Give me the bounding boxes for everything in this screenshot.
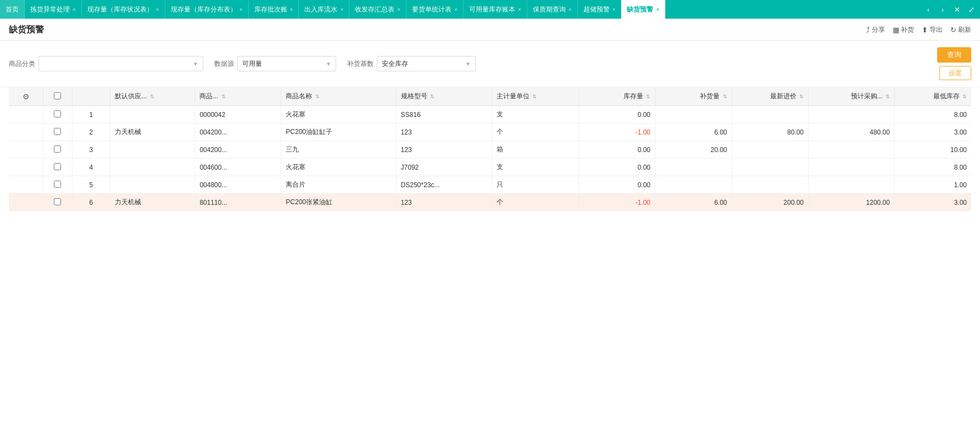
- query-button[interactable]: 查询: [937, 47, 971, 63]
- nav-tab-home[interactable]: 首页: [0, 0, 25, 19]
- nav-tab-expiry[interactable]: 保质期查询 ×: [527, 0, 578, 19]
- close-picking-tab[interactable]: ×: [73, 7, 76, 13]
- row-num-cell: 3: [72, 141, 110, 159]
- nav-tab-batch[interactable]: 库存批次账 ×: [249, 0, 299, 19]
- col-header-check[interactable]: [43, 87, 72, 106]
- row-checkbox-4[interactable]: [54, 181, 61, 188]
- unit-sort-icon: ⇅: [532, 94, 537, 99]
- col-header-gear[interactable]: ⚙: [9, 87, 43, 106]
- settings-button[interactable]: 设置: [939, 66, 971, 80]
- select-all-checkbox[interactable]: [54, 92, 61, 99]
- row-spec-cell: SS816: [396, 106, 492, 124]
- category-filter-group: 商品分类 ▼: [9, 56, 203, 71]
- datasource-filter-group: 数据源 可用量 ▼: [214, 56, 336, 71]
- close-summary-tab[interactable]: ×: [397, 7, 400, 13]
- row-minstock-cell: 3.00: [894, 124, 971, 141]
- page-title: 缺货预警: [9, 24, 44, 36]
- row-replenish-cell: [655, 159, 732, 176]
- table-row: 1 0000042 火花塞 SS816 支 0.00 8.00: [9, 106, 971, 124]
- replenish-button[interactable]: ▦ 补货: [893, 25, 914, 35]
- col-header-unit[interactable]: 主计量单位 ⇅: [492, 87, 578, 106]
- close-batch-tab[interactable]: ×: [290, 7, 293, 13]
- row-checkbox-2[interactable]: [54, 145, 61, 153]
- row-stock-cell: 0.00: [578, 106, 655, 124]
- table-header-row: ⚙ 默认供应... ⇅ 商品... ⇅ 商品名称: [9, 87, 971, 106]
- share-icon: ⤴: [866, 26, 870, 34]
- close-order-tab[interactable]: ×: [454, 7, 458, 13]
- close-stock1-tab[interactable]: ×: [156, 7, 159, 13]
- settings-gear-icon[interactable]: ⚙: [23, 92, 30, 101]
- close-stock2-tab[interactable]: ×: [240, 7, 243, 13]
- close-available-tab[interactable]: ×: [518, 7, 521, 13]
- row-name-cell: 火花塞: [281, 159, 396, 176]
- data-table-container: ⚙ 默认供应... ⇅ 商品... ⇅ 商品名称: [0, 87, 980, 220]
- datasource-select[interactable]: 可用量 ▼: [237, 56, 336, 71]
- row-checkbox-cell[interactable]: [43, 141, 72, 159]
- table-body: 1 0000042 火花塞 SS816 支 0.00 8.00 2 力天机械 0…: [9, 106, 971, 211]
- row-supplier-cell: [110, 106, 195, 124]
- row-checkbox-cell[interactable]: [43, 124, 72, 141]
- row-spec-cell: DS250*23c...: [396, 176, 492, 194]
- row-stock-cell: -1.00: [578, 194, 655, 211]
- replenish-sort-icon: ⇅: [723, 94, 727, 99]
- row-checkbox-cell[interactable]: [43, 194, 72, 211]
- row-name-cell: 三九: [281, 141, 396, 159]
- close-expiry-tab[interactable]: ×: [569, 7, 572, 13]
- nav-close-button[interactable]: ✕: [950, 3, 964, 16]
- nav-tab-shortage[interactable]: 缺货预警 ×: [621, 0, 665, 19]
- nav-tab-flow[interactable]: 出入库流水 ×: [299, 0, 349, 19]
- col-header-spec[interactable]: 规格型号 ⇅: [396, 87, 492, 106]
- row-code-cell: 004800...: [195, 176, 281, 194]
- row-spec-cell: 123: [396, 141, 492, 159]
- row-supplier-cell: 力天机械: [110, 124, 195, 141]
- row-checkbox-3[interactable]: [54, 163, 61, 170]
- row-purchase-cell: [809, 176, 895, 194]
- row-checkbox-cell[interactable]: [43, 159, 72, 176]
- nav-tab-overstock[interactable]: 超储预警 ×: [578, 0, 622, 19]
- datasource-label: 数据源: [214, 59, 234, 69]
- nav-next-button[interactable]: ›: [936, 3, 949, 16]
- row-spec-cell: J7092: [396, 159, 492, 176]
- row-code-cell: 0000042: [195, 106, 281, 124]
- table-row: 5 004800... 离合片 DS250*23c... 只 0.00 1.00: [9, 176, 971, 194]
- nav-tab-stock1[interactable]: 现存量（库存状况表） ×: [82, 0, 165, 19]
- row-checkbox-0[interactable]: [54, 110, 61, 117]
- col-header-purchase[interactable]: 预计采购... ⇅: [809, 87, 895, 106]
- row-name-cell: PC200油缸缸子: [281, 124, 396, 141]
- nav-tab-summary[interactable]: 收发存汇总表 ×: [349, 0, 407, 19]
- col-header-supplier[interactable]: 默认供应... ⇅: [110, 87, 195, 106]
- row-gear-cell: [9, 141, 43, 159]
- col-header-name[interactable]: 商品名称 ⇅: [281, 87, 396, 106]
- nav-expand-button[interactable]: ⤢: [965, 3, 978, 16]
- col-header-stock[interactable]: 库存量 ⇅: [578, 87, 655, 106]
- share-button[interactable]: ⤴ 分享: [866, 25, 885, 35]
- row-checkbox-cell[interactable]: [43, 176, 72, 194]
- row-spec-cell: 123: [396, 194, 492, 211]
- row-spec-cell: 123: [396, 124, 492, 141]
- col-header-price[interactable]: 最新进价 ⇅: [732, 87, 809, 106]
- close-overstock-tab[interactable]: ×: [612, 7, 616, 13]
- row-unit-cell: 只: [492, 176, 578, 194]
- nav-prev-button[interactable]: ‹: [922, 3, 935, 16]
- category-select[interactable]: ▼: [38, 56, 203, 71]
- nav-tab-available[interactable]: 可用量库存账本 ×: [464, 0, 527, 19]
- replenish-select[interactable]: 安全库存 ▼: [377, 56, 476, 71]
- row-checkbox-cell[interactable]: [43, 106, 72, 124]
- close-shortage-tab[interactable]: ×: [656, 7, 659, 13]
- nav-tab-picking[interactable]: 拣货异常处理 ×: [25, 0, 82, 19]
- close-flow-tab[interactable]: ×: [340, 7, 343, 13]
- row-replenish-cell: 20.00: [655, 141, 732, 159]
- col-header-replenish[interactable]: 补货量 ⇅: [655, 87, 732, 106]
- row-gear-cell: [9, 176, 43, 194]
- nav-tab-order[interactable]: 要货单统计表 ×: [407, 0, 464, 19]
- row-minstock-cell: 1.00: [894, 176, 971, 194]
- refresh-button[interactable]: ↻ 刷新: [950, 25, 971, 35]
- nav-tab-stock2[interactable]: 现存量（库存分布表） ×: [165, 0, 249, 19]
- row-checkbox-5[interactable]: [54, 198, 61, 205]
- col-header-code[interactable]: 商品... ⇅: [195, 87, 281, 106]
- export-button[interactable]: ⬆ 导出: [922, 25, 943, 35]
- col-header-minstock[interactable]: 最低库存 ⇅: [894, 87, 971, 106]
- category-chevron-icon: ▼: [193, 61, 198, 67]
- row-checkbox-1[interactable]: [54, 128, 61, 135]
- row-unit-cell: 个: [492, 124, 578, 141]
